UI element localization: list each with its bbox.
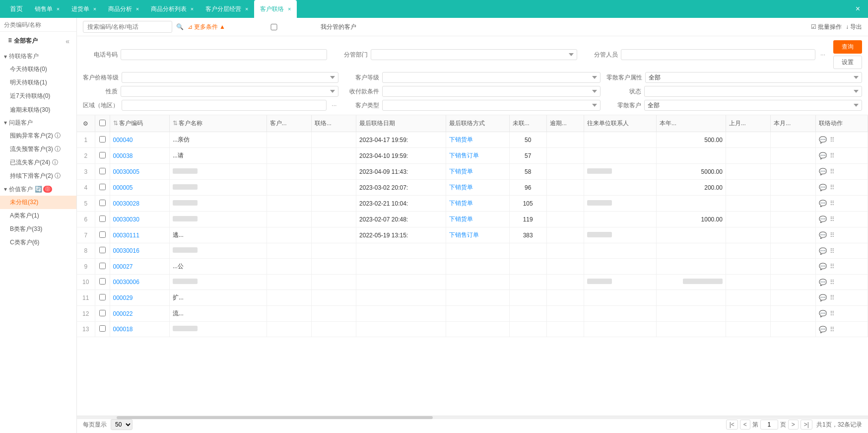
row-check[interactable] <box>99 184 106 190</box>
close-customer-contact-tab[interactable]: × <box>288 6 291 12</box>
contact-action-icon[interactable]: 💬 <box>819 247 827 255</box>
close-purchase-tab[interactable]: × <box>93 6 96 12</box>
sort-code-icon[interactable]: ⇅ <box>113 120 118 127</box>
row-checkbox[interactable] <box>95 212 110 227</box>
last-way-link[interactable]: 下销售订单 <box>449 231 479 238</box>
nav-customer-contact[interactable]: 客户联络 × <box>254 0 297 18</box>
nature-select[interactable] <box>121 86 338 97</box>
next-page-btn[interactable]: > <box>788 420 799 430</box>
retail-customer-select[interactable]: 全部 <box>644 100 862 111</box>
sidebar-item-c-class[interactable]: C类客户(6) <box>0 236 76 249</box>
more-action-icon[interactable]: ⠿ <box>830 310 835 317</box>
prev-page-btn[interactable]: < <box>740 420 750 430</box>
customer-code-link[interactable]: 00030111 <box>113 232 139 239</box>
sidebar-collapse-btn[interactable]: « <box>63 35 72 47</box>
nav-product-analysis[interactable]: 商品分析 × <box>102 0 145 18</box>
sidebar-group-problem[interactable]: ▾ 问题客户 <box>0 117 76 129</box>
row-checkbox[interactable] <box>95 148 110 164</box>
reset-btn[interactable]: 设置 <box>833 56 862 69</box>
sidebar-item-churned[interactable]: 已流失客户(24) ⓘ <box>0 156 76 169</box>
sidebar-item-ungroup[interactable]: 未分组(32) <box>0 196 76 209</box>
manager-more-btn[interactable]: ··· <box>818 51 827 58</box>
customer-code-link[interactable]: 000005 <box>113 184 133 191</box>
sidebar-group-pending[interactable]: ▾ 待联络客户 <box>0 50 76 63</box>
sidebar-item-abnormal[interactable]: 囤购异常客户(2) ⓘ <box>0 129 76 143</box>
status-select[interactable] <box>644 86 862 97</box>
my-customers-check[interactable] <box>229 24 319 30</box>
more-action-icon[interactable]: ⠿ <box>830 200 835 207</box>
more-action-icon[interactable]: ⠿ <box>830 279 835 286</box>
export-btn[interactable]: ↓ 导出 <box>846 23 862 31</box>
close-customer-tier-tab[interactable]: × <box>245 6 248 12</box>
last-way-link[interactable]: 下销货单 <box>449 184 473 191</box>
per-page-select[interactable]: 50 <box>111 419 133 430</box>
more-action-icon[interactable]: ⠿ <box>830 152 835 159</box>
row-check[interactable] <box>99 152 106 158</box>
last-way-link[interactable]: 下销售订单 <box>449 152 479 159</box>
row-check[interactable] <box>99 294 106 300</box>
row-checkbox[interactable] <box>95 227 110 243</box>
contact-action-icon[interactable]: 💬 <box>819 184 827 191</box>
close-sales-tab[interactable]: × <box>57 6 60 12</box>
checkbox-th[interactable] <box>95 115 110 132</box>
settings-th[interactable]: ⚙ <box>77 115 95 132</box>
first-page-btn[interactable]: |< <box>726 420 738 430</box>
contact-action-icon[interactable]: 💬 <box>819 326 827 333</box>
customer-type-select[interactable] <box>382 100 600 111</box>
price-level-select[interactable] <box>122 72 338 83</box>
row-check[interactable] <box>99 136 106 143</box>
row-check[interactable] <box>99 247 106 253</box>
sidebar-item-overdue-pending[interactable]: 逾期未联络(30) <box>0 103 76 117</box>
row-checkbox[interactable] <box>95 132 110 148</box>
row-checkbox[interactable] <box>95 290 110 306</box>
customer-code-link[interactable]: 00030016 <box>113 247 139 254</box>
close-all-tabs[interactable]: × <box>852 4 864 13</box>
row-checkbox[interactable] <box>95 164 110 180</box>
last-way-link[interactable]: 下销货单 <box>449 216 473 222</box>
contact-action-icon[interactable]: 💬 <box>819 279 827 286</box>
more-action-icon[interactable]: ⠿ <box>830 263 835 270</box>
contact-action-icon[interactable]: 💬 <box>819 168 827 175</box>
customer-code-link[interactable]: 00030005 <box>113 168 139 175</box>
close-product-analysis-list-tab[interactable]: × <box>191 6 194 12</box>
sidebar-search-input[interactable] <box>4 21 77 28</box>
contact-action-icon[interactable]: 💬 <box>819 310 827 317</box>
search-input[interactable] <box>83 21 172 33</box>
close-product-analysis-tab[interactable]: × <box>136 6 139 12</box>
sidebar-item-tomorrow-pending[interactable]: 明天待联络(1) <box>0 76 76 89</box>
last-way-link[interactable]: 下销货单 <box>449 168 473 175</box>
contact-action-icon[interactable]: 💬 <box>819 136 827 144</box>
sidebar-item-churn-warning[interactable]: 流失预警客户(3) ⓘ <box>0 143 76 156</box>
sidebar-item-declining[interactable]: 持续下滑客户(2) ⓘ <box>0 169 76 183</box>
retail-attr-select[interactable]: 全部 <box>645 72 862 83</box>
row-checkbox[interactable] <box>95 180 110 196</box>
sidebar-item-b-class[interactable]: B类客户(33) <box>0 222 76 236</box>
customer-code-link[interactable]: 00030030 <box>113 216 139 223</box>
nav-customer-tier[interactable]: 客户分层经营 × <box>200 0 254 18</box>
sidebar-group-value[interactable]: ▾ 价值客户 🔄 ⓪ <box>0 183 76 196</box>
customer-code-link[interactable]: 000038 <box>113 152 133 159</box>
page-input[interactable] <box>760 420 778 430</box>
row-check[interactable] <box>99 200 106 206</box>
manager-input[interactable] <box>621 49 815 60</box>
nav-purchase[interactable]: 进货单 × <box>66 0 102 18</box>
sidebar-item-week-pending[interactable]: 近7天待联络(0) <box>0 89 76 103</box>
row-checkbox[interactable] <box>95 275 110 290</box>
contact-action-icon[interactable]: 💬 <box>819 200 827 207</box>
contact-action-icon[interactable]: 💬 <box>819 231 827 239</box>
payment-select[interactable] <box>382 86 600 97</box>
customer-code-link[interactable]: 000029 <box>113 294 133 301</box>
contact-action-icon[interactable]: 💬 <box>819 294 827 301</box>
row-checkbox[interactable] <box>95 243 110 259</box>
row-checkbox[interactable] <box>95 322 110 337</box>
row-check[interactable] <box>99 168 106 174</box>
filter-search-icon[interactable]: 🔍 <box>176 23 184 30</box>
sort-name-icon[interactable]: ⇅ <box>173 120 178 127</box>
more-action-icon[interactable]: ⠿ <box>830 136 835 144</box>
row-check[interactable] <box>99 310 106 316</box>
row-checkbox[interactable] <box>95 196 110 212</box>
customer-level-select[interactable] <box>382 72 600 83</box>
all-customers-item[interactable]: ⠿ 全部客户 <box>4 34 42 48</box>
row-check[interactable] <box>99 216 106 222</box>
row-check[interactable] <box>99 263 106 269</box>
